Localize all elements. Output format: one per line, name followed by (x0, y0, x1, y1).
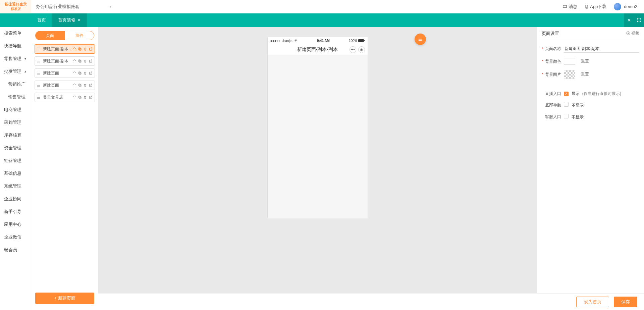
page-panel-tab-pages-label: 页面 (46, 33, 54, 39)
home-icon[interactable] (72, 95, 76, 99)
settings-form: * 页面名称 * 背景颜色 重置 * 背景图片 (537, 40, 644, 130)
page-name-input[interactable] (564, 45, 639, 53)
page-row-name: 新建页面 (43, 83, 72, 88)
video-help-button[interactable]: 视频 (626, 31, 639, 36)
user-menu[interactable]: demo2 (614, 3, 637, 10)
sidebar-item-10[interactable]: 经营管理 (0, 154, 31, 167)
home-icon[interactable] (72, 71, 76, 75)
required-marker: * (542, 72, 545, 77)
sidebar-item-label: 快捷导航 (4, 43, 21, 49)
page-panel-tab-components[interactable]: 组件 (65, 31, 94, 40)
cs-entry-checkbox[interactable] (564, 114, 569, 118)
save-button[interactable]: 保存 (614, 297, 637, 307)
external-link-icon[interactable] (89, 59, 93, 63)
logo-edition: 标准版 (11, 7, 21, 11)
phone-titlebar: 新建页面-副本-副本 ••• ◉ (268, 44, 368, 55)
copy-icon[interactable] (78, 71, 82, 75)
caret-up-icon: ▲ (24, 70, 27, 73)
drag-handle-icon[interactable]: ☰ (37, 59, 42, 63)
messages-button[interactable]: 消息 (562, 4, 577, 10)
bg-color-swatch[interactable] (564, 58, 575, 65)
sidebar-item-3[interactable]: 批发管理▲ (0, 65, 31, 78)
sidebar-item-16[interactable]: 企业微信 (0, 231, 31, 244)
sidebar-item-4[interactable]: 营销推广 (0, 78, 31, 91)
copy-icon[interactable] (78, 95, 82, 99)
page-row[interactable]: ☰昊天文具店 (35, 93, 95, 102)
live-entry-checkbox[interactable]: ✓ (564, 92, 569, 96)
bg-color-reset[interactable]: 重置 (581, 59, 589, 63)
home-icon[interactable] (72, 59, 76, 63)
live-entry-hint: (仅当进行直播时展示) (582, 91, 621, 96)
new-page-button-label: + 新建页面 (54, 295, 75, 301)
home-icon[interactable] (72, 47, 76, 51)
bg-image-picker[interactable] (564, 70, 575, 79)
tab-decorate[interactable]: 首页装修 ✕ (52, 13, 87, 27)
sidebar-item-13[interactable]: 企业协同 (0, 193, 31, 205)
set-home-button[interactable]: 设为首页 (576, 297, 609, 307)
float-menu-button[interactable] (415, 34, 426, 45)
copy-icon[interactable] (78, 47, 82, 51)
account-select[interactable]: 办公用品行业模拟账套 ▾ (36, 4, 111, 10)
page-panel-tab-pages[interactable]: 页面 (35, 31, 65, 40)
delete-icon[interactable] (83, 83, 87, 87)
tab-home[interactable]: 首页 (31, 13, 52, 27)
external-link-icon[interactable] (89, 47, 93, 51)
bottom-nav-checkbox[interactable] (564, 102, 569, 107)
logo[interactable]: 畅捷通好生意 标准版 (0, 0, 31, 13)
live-entry-show: 显示 (572, 91, 580, 96)
tab-fullscreen-button[interactable] (634, 13, 644, 27)
delete-icon[interactable] (83, 95, 87, 99)
drag-handle-icon[interactable]: ☰ (37, 71, 42, 75)
tab-close-all-button[interactable]: ✕ (624, 13, 634, 27)
app-download-button[interactable]: App下载 (585, 4, 606, 10)
sidebar-item-6[interactable]: 电商管理 (0, 103, 31, 116)
sidebar-item-label: 搜索菜单 (4, 30, 21, 36)
settings-title: 页面设置 (542, 31, 559, 37)
sidebar-item-1[interactable]: 快捷导航 (0, 40, 31, 52)
delete-icon[interactable] (83, 71, 87, 75)
sidebar-item-label: 销售管理 (8, 94, 25, 100)
copy-icon[interactable] (78, 83, 82, 87)
row-bottom-nav: 底部导航 不显示 (542, 102, 639, 108)
sidebar-item-14[interactable]: 新手引导 (0, 205, 31, 218)
external-link-icon[interactable] (89, 95, 93, 99)
workarea: 页面 组件 ☰新建页面-副本...☰新建页面-副本☰新建页面☰新建页面☰昊天文具… (31, 27, 644, 310)
page-row[interactable]: ☰新建页面 (35, 81, 95, 90)
svg-rect-4 (78, 48, 80, 50)
external-link-icon[interactable] (89, 71, 93, 75)
sidebar-item-label: 基础信息 (4, 170, 21, 176)
more-icon[interactable]: ••• (350, 46, 356, 53)
page-panel-tabs: 页面 组件 (31, 27, 98, 44)
target-icon[interactable]: ◉ (358, 46, 365, 53)
phone-body[interactable] (268, 55, 368, 218)
sidebar-item-8[interactable]: 库存核算 (0, 129, 31, 142)
sidebar-item-5[interactable]: 销售管理 (0, 91, 31, 103)
sidebar-item-15[interactable]: 应用中心 (0, 218, 31, 231)
sidebar-item-2[interactable]: 零售管理▼ (0, 52, 31, 65)
delete-icon[interactable] (83, 59, 87, 63)
sidebar-item-7[interactable]: 采购管理 (0, 116, 31, 129)
page-row-name: 新建页面 (43, 70, 72, 76)
sidebar-item-9[interactable]: 资金管理 (0, 142, 31, 154)
page-row[interactable]: ☰新建页面-副本 (35, 56, 95, 66)
copy-icon[interactable] (78, 59, 82, 63)
page-row[interactable]: ☰新建页面 (35, 68, 95, 78)
sidebar-item-17[interactable]: 畅会员 (0, 244, 31, 256)
drag-handle-icon[interactable]: ☰ (37, 47, 42, 51)
sidebar-item-0[interactable]: 搜索菜单 (0, 27, 31, 40)
main: 搜索菜单快捷导航零售管理▼批发管理▲营销推广销售管理电商管理采购管理库存核算资金… (0, 27, 644, 310)
chevron-down-icon: ▾ (110, 5, 111, 8)
sidebar-item-12[interactable]: 系统管理 (0, 180, 31, 193)
external-link-icon[interactable] (89, 83, 93, 87)
sidebar-item-11[interactable]: 基础信息 (0, 167, 31, 180)
drag-handle-icon[interactable]: ☰ (37, 95, 42, 100)
close-icon[interactable]: ✕ (77, 18, 81, 22)
delete-icon[interactable] (83, 47, 87, 51)
bg-image-reset[interactable]: 重置 (581, 72, 589, 76)
page-row[interactable]: ☰新建页面-副本... (35, 44, 95, 54)
new-page-button[interactable]: + 新建页面 (35, 293, 94, 304)
home-icon[interactable] (72, 83, 76, 87)
topbar-right: 消息 App下载 demo2 (562, 3, 644, 10)
tab-decorate-label: 首页装修 (58, 17, 75, 23)
drag-handle-icon[interactable]: ☰ (37, 83, 42, 88)
